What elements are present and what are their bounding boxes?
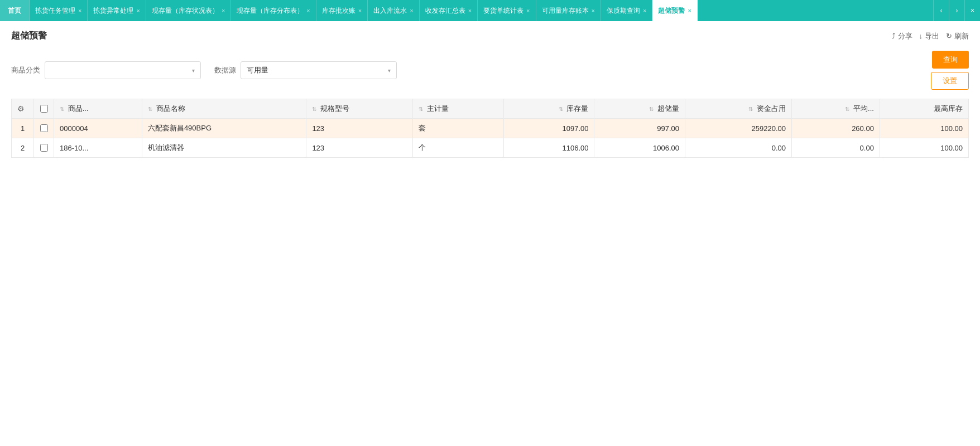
nav-tab-close-9[interactable]: × <box>643 7 646 14</box>
nav-tab-close-10[interactable]: × <box>688 7 691 14</box>
sort-icon-goods-name: ⇅ <box>148 106 152 112</box>
sort-icon-spec: ⇅ <box>312 106 316 112</box>
row-checkbox-1[interactable] <box>34 138 54 158</box>
th-over-stock[interactable]: ⇅ 超储量 <box>594 99 685 119</box>
nav-tab-close-2[interactable]: × <box>222 7 225 14</box>
nav-tab-close-3[interactable]: × <box>306 7 310 14</box>
nav-arrow-right[interactable]: › <box>949 0 964 21</box>
nav-tab-1[interactable]: 拣货异常处理× <box>88 0 146 21</box>
nav-tab-label-2: 现存量（库存状况表） <box>152 6 219 16</box>
export-icon: ↓ <box>919 32 923 40</box>
category-select[interactable]: ▾ <box>45 61 201 79</box>
th-unit[interactable]: ⇅ 主计量 <box>413 99 504 119</box>
cell-goods_code-1: 186-10... <box>54 138 142 158</box>
settings-button[interactable]: 设置 <box>931 72 969 90</box>
table-row: 2186-10...机油滤清器123个1106.001006.000.000.0… <box>12 138 969 158</box>
checkbox-input-1[interactable] <box>40 144 48 152</box>
datasource-label: 数据源 <box>214 65 236 75</box>
nav-tab-label-10: 超储预警 <box>658 6 685 16</box>
export-label: 导出 <box>925 31 939 41</box>
row-index-0: 1 <box>12 119 34 138</box>
th-goods-code[interactable]: ⇅ 商品... <box>54 99 142 119</box>
datasource-dropdown-icon: ▾ <box>388 67 391 74</box>
share-action[interactable]: ⤴ 分享 <box>892 31 912 41</box>
th-spec[interactable]: ⇅ 规格型号 <box>306 99 413 119</box>
nav-tab-7[interactable]: 要货单统计表× <box>478 0 536 21</box>
sort-icon-unit: ⇅ <box>419 106 423 112</box>
cell-capital-0: 259220.00 <box>685 119 792 138</box>
filter-row: 商品分类 ▾ 数据源 可用量 ▾ 查询 设置 <box>11 51 969 90</box>
th-avg[interactable]: ⇅ 平均... <box>792 99 880 119</box>
sort-icon-goods-code: ⇅ <box>60 106 64 112</box>
select-all-checkbox[interactable] <box>40 105 48 113</box>
filter-buttons-area: 查询 设置 <box>931 51 969 90</box>
nav-tab-8[interactable]: 可用量库存账本× <box>536 0 601 21</box>
datasource-select[interactable]: 可用量 ▾ <box>241 61 397 79</box>
cell-max_stock-0: 100.00 <box>880 119 968 138</box>
nav-tab-close-1[interactable]: × <box>136 7 140 14</box>
th-checkbox[interactable] <box>34 99 54 119</box>
query-button[interactable]: 查询 <box>932 51 969 69</box>
cell-goods_name-0: 六配套新昌490BPG <box>142 119 306 138</box>
th-gear[interactable]: ⚙ <box>12 99 34 119</box>
nav-tab-3[interactable]: 现存量（库存分布表）× <box>231 0 316 21</box>
cell-avg-1: 0.00 <box>792 138 880 158</box>
nav-tab-label-9: 保质期查询 <box>607 6 640 16</box>
nav-arrow-left[interactable]: ‹ <box>933 0 949 21</box>
sort-icon-over-stock: ⇅ <box>649 106 654 112</box>
table-row: 10000004六配套新昌490BPG123套1097.00997.002592… <box>12 119 969 138</box>
nav-tab-close-5[interactable]: × <box>410 7 413 14</box>
page-title: 超储预警 <box>11 30 47 42</box>
th-stock[interactable]: ⇅ 库存量 <box>503 99 594 119</box>
nav-tab-6[interactable]: 收发存汇总表× <box>420 0 478 21</box>
checkbox-input-0[interactable] <box>40 124 48 132</box>
nav-home[interactable]: 首页 <box>0 0 30 21</box>
cell-over_stock-0: 997.00 <box>594 119 685 138</box>
nav-tab-close-8[interactable]: × <box>592 7 595 14</box>
cell-avg-0: 260.00 <box>792 119 880 138</box>
nav-tab-label-1: 拣货异常处理 <box>93 6 133 16</box>
category-label: 商品分类 <box>11 65 40 75</box>
table-header-row: ⚙ ⇅ 商品... ⇅ 商品名称 ⇅ 规格型号 <box>12 99 969 119</box>
th-goods-name[interactable]: ⇅ 商品名称 <box>142 99 306 119</box>
export-action[interactable]: ↓ 导出 <box>919 31 940 41</box>
share-icon: ⤴ <box>892 32 896 40</box>
page-actions: ⤴ 分享 ↓ 导出 ↻ 刷新 <box>892 31 969 41</box>
cell-capital-1: 0.00 <box>685 138 792 158</box>
nav-tab-5[interactable]: 出入库流水× <box>368 0 419 21</box>
nav-tab-label-0: 拣货任务管理 <box>35 6 75 16</box>
nav-tab-4[interactable]: 库存批次账× <box>316 0 368 21</box>
row-checkbox-0[interactable] <box>34 119 54 138</box>
cell-unit-0: 套 <box>413 119 504 138</box>
sort-icon-stock: ⇅ <box>559 106 563 112</box>
nav-tab-10[interactable]: 超储预警× <box>652 0 697 21</box>
cell-unit-1: 个 <box>413 138 504 158</box>
th-max-stock[interactable]: 最高库存 <box>880 99 968 119</box>
refresh-label: 刷新 <box>954 31 969 41</box>
cell-goods_name-1: 机油滤清器 <box>142 138 306 158</box>
data-table: ⚙ ⇅ 商品... ⇅ 商品名称 ⇅ 规格型号 <box>11 99 969 158</box>
cell-spec-0: 123 <box>306 119 413 138</box>
nav-tab-close-6[interactable]: × <box>468 7 472 14</box>
nav-tab-9[interactable]: 保质期查询× <box>601 0 652 21</box>
nav-tab-0[interactable]: 拣货任务管理× <box>30 0 88 21</box>
sort-icon-avg: ⇅ <box>845 106 849 112</box>
th-capital[interactable]: ⇅ 资金占用 <box>685 99 792 119</box>
nav-tab-label-3: 现存量（库存分布表） <box>237 6 304 16</box>
nav-tab-label-4: 库存批次账 <box>322 6 356 16</box>
cell-max_stock-1: 100.00 <box>880 138 968 158</box>
cell-stock-0: 1097.00 <box>503 119 594 138</box>
nav-tab-label-6: 收发存汇总表 <box>425 6 465 16</box>
refresh-action[interactable]: ↻ 刷新 <box>946 31 969 41</box>
nav-tab-2[interactable]: 现存量（库存状况表）× <box>146 0 231 21</box>
gear-icon[interactable]: ⚙ <box>17 104 25 113</box>
sort-icon-capital: ⇅ <box>748 106 753 112</box>
nav-tab-label-8: 可用量库存账本 <box>542 6 589 16</box>
nav-tab-close-7[interactable]: × <box>526 7 530 14</box>
nav-tab-close-4[interactable]: × <box>358 7 362 14</box>
nav-tab-close-0[interactable]: × <box>78 7 81 14</box>
datasource-select-value: 可用量 <box>247 65 383 75</box>
category-dropdown-icon: ▾ <box>192 67 195 74</box>
nav-home-label: 首页 <box>8 6 21 16</box>
nav-arrow-close[interactable]: × <box>964 0 980 21</box>
